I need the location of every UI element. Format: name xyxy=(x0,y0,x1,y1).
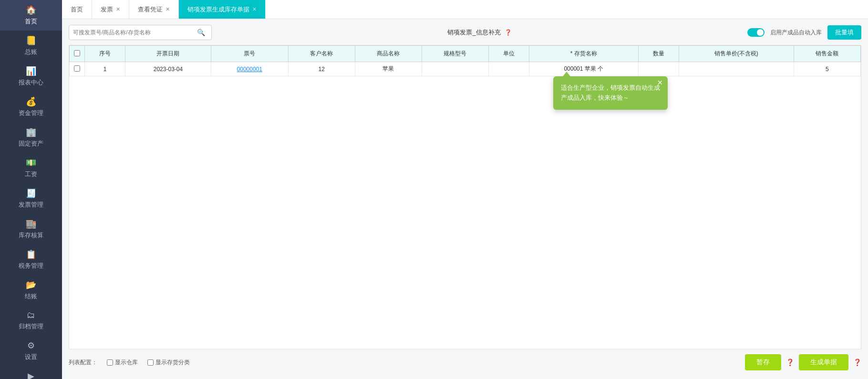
top-bar: 🔍 销项发票_信息补充 ❓ 启用产成品自动入库 批量填 xyxy=(69,25,861,40)
info-label: 销项发票_信息补充 xyxy=(447,28,500,37)
col-date: 开票日期 xyxy=(125,46,211,62)
row-unit xyxy=(488,62,529,76)
col-price: 销售单价(不含税) xyxy=(679,46,794,62)
tooltip-box: ✕ 适合生产型企业，销项发票自动生成产成品入库，快来体验～ xyxy=(553,76,668,110)
invoice-icon: 🧾 xyxy=(26,188,36,199)
auto-warehouse-toggle[interactable] xyxy=(747,28,765,37)
archive-icon: 🗂 xyxy=(27,310,35,320)
sidebar-item-label: 设置 xyxy=(25,353,37,361)
col-ticket: 票号 xyxy=(211,46,288,62)
sidebar-item-wage[interactable]: 💵 工资 xyxy=(0,153,62,183)
col-product: 商品名称 xyxy=(355,46,422,62)
guide-icon: ▶ xyxy=(28,371,34,379)
sidebar-item-home[interactable]: 🏠 首页 xyxy=(0,0,62,31)
tab-invoice[interactable]: 发票 ✕ xyxy=(92,0,129,19)
col-seq: 序号 xyxy=(85,46,125,62)
row-spec xyxy=(422,62,488,76)
main-area: 首页 发票 ✕ 查看凭证 ✕ 销项发票生成库存单据 ✕ 🔍 销项发票_信息补充 … xyxy=(62,0,868,379)
sidebar-item-label: 资金管理 xyxy=(19,109,43,117)
show-category-checkbox[interactable]: 显示存货分类 xyxy=(147,358,190,367)
search-box[interactable]: 🔍 xyxy=(69,25,212,40)
fixed-icon: 🏢 xyxy=(26,127,36,137)
col-quantity: 数量 xyxy=(638,46,679,62)
row-price xyxy=(679,62,794,76)
info-help-icon[interactable]: ❓ xyxy=(505,29,512,36)
sidebar-item-settle[interactable]: 📂 结账 xyxy=(0,275,62,305)
row-seq: 1 xyxy=(85,62,125,76)
show-category-input[interactable] xyxy=(147,359,154,366)
save-help-icon[interactable]: ❓ xyxy=(786,358,794,366)
sidebar-item-tax[interactable]: 📋 税务管理 xyxy=(0,244,62,275)
row-ticket[interactable]: 00000001 xyxy=(211,62,288,76)
tooltip-close-button[interactable]: ✕ xyxy=(657,79,663,86)
batch-fill-button[interactable]: 批量填 xyxy=(827,25,861,40)
sidebar-item-label: 首页 xyxy=(25,17,37,26)
row-inventory: 000001 苹果 个 xyxy=(529,62,638,76)
sidebar-item-ledger[interactable]: 📒 总账 xyxy=(0,31,62,61)
sidebar-item-label: 总账 xyxy=(25,48,37,56)
tab-create-inventory[interactable]: 销项发票生成库存单据 ✕ xyxy=(179,0,266,19)
tab-bar: 首页 发票 ✕ 查看凭证 ✕ 销项发票生成库存单据 ✕ xyxy=(62,0,868,19)
tab-invoice-close[interactable]: ✕ xyxy=(116,7,120,12)
col-sales: 销售金额 xyxy=(794,46,860,62)
row-date: 2023-03-04 xyxy=(125,62,211,76)
wage-icon: 💵 xyxy=(26,158,36,168)
select-all-checkbox[interactable] xyxy=(74,50,80,56)
show-category-label: 显示存货分类 xyxy=(155,358,190,367)
sidebar-item-label: 发票管理 xyxy=(19,200,43,209)
sidebar-item-guide[interactable]: ▶ 新手引导 xyxy=(0,366,62,379)
row-product: 苹果 xyxy=(355,62,422,76)
toggle-label: 启用产成品自动入库 xyxy=(770,29,822,37)
generate-help-icon[interactable]: ❓ xyxy=(853,358,861,366)
sidebar-item-settings[interactable]: ⚙ 设置 xyxy=(0,336,62,366)
sidebar-item-invoice[interactable]: 🧾 发票管理 xyxy=(0,183,62,214)
tab-voucher-close[interactable]: ✕ xyxy=(165,7,170,12)
generate-button[interactable]: 生成单据 xyxy=(799,354,848,370)
search-icon: 🔍 xyxy=(197,29,205,36)
row-customer: 12 xyxy=(288,62,355,76)
sidebar-item-label: 报表中心 xyxy=(19,78,43,87)
tab-voucher-label: 查看凭证 xyxy=(138,5,163,14)
show-warehouse-input[interactable] xyxy=(107,359,113,366)
sidebar-item-label: 库存核算 xyxy=(19,231,43,240)
tab-create-inventory-close[interactable]: ✕ xyxy=(252,7,257,12)
search-input[interactable] xyxy=(73,29,197,36)
tax-icon: 📋 xyxy=(26,249,36,260)
sidebar-item-label: 归档管理 xyxy=(19,322,43,331)
row-checkbox[interactable] xyxy=(70,62,85,76)
col-checkbox xyxy=(70,46,85,62)
right-controls: 启用产成品自动入库 批量填 xyxy=(747,25,861,40)
row-select-checkbox[interactable] xyxy=(74,65,80,72)
tab-home-label: 首页 xyxy=(71,5,83,14)
fund-icon: 💰 xyxy=(26,96,36,107)
save-button[interactable]: 暂存 xyxy=(745,354,781,370)
inventory-icon: 🏬 xyxy=(26,219,36,229)
report-icon: 📊 xyxy=(26,66,36,76)
tab-create-inventory-label: 销项发票生成库存单据 xyxy=(187,5,249,14)
sidebar-item-label: 税务管理 xyxy=(19,262,43,270)
list-config-label: 列表配置： xyxy=(69,358,97,367)
tab-voucher[interactable]: 查看凭证 ✕ xyxy=(129,0,179,19)
settle-icon: 📂 xyxy=(26,280,36,290)
tab-invoice-label: 发票 xyxy=(101,5,113,14)
sidebar-item-archive[interactable]: 🗂 归档管理 xyxy=(0,305,62,336)
show-warehouse-label: 显示仓库 xyxy=(115,358,138,367)
bottom-right-actions: 暂存 ❓ 生成单据 ❓ xyxy=(745,354,861,370)
col-inventory: * 存货名称 xyxy=(529,46,638,62)
table-body: 1 2023-03-04 00000001 12 苹果 000001 苹果 个 … xyxy=(70,62,861,76)
col-spec: 规格型号 xyxy=(422,46,488,62)
show-warehouse-checkbox[interactable]: 显示仓库 xyxy=(107,358,138,367)
sidebar-item-report[interactable]: 📊 报表中心 xyxy=(0,61,62,92)
sidebar-item-label: 工资 xyxy=(25,170,37,179)
tab-home[interactable]: 首页 xyxy=(62,0,92,19)
sidebar-item-fund[interactable]: 💰 资金管理 xyxy=(0,92,62,122)
sidebar-item-fixed[interactable]: 🏢 固定资产 xyxy=(0,122,62,153)
sidebar: 🏠 首页 📒 总账 📊 报表中心 💰 资金管理 🏢 固定资产 💵 工资 🧾 发票… xyxy=(0,0,62,379)
row-quantity xyxy=(638,62,679,76)
sidebar-item-label: 固定资产 xyxy=(19,139,43,148)
home-icon: 🏠 xyxy=(26,5,36,15)
tooltip-text: 适合生产型企业，销项发票自动生成产成品入库，快来体验～ xyxy=(561,84,660,101)
info-area: 销项发票_信息补充 ❓ xyxy=(447,28,511,37)
table-row: 1 2023-03-04 00000001 12 苹果 000001 苹果 个 … xyxy=(70,62,861,76)
sidebar-item-inventory[interactable]: 🏬 库存核算 xyxy=(0,214,62,244)
